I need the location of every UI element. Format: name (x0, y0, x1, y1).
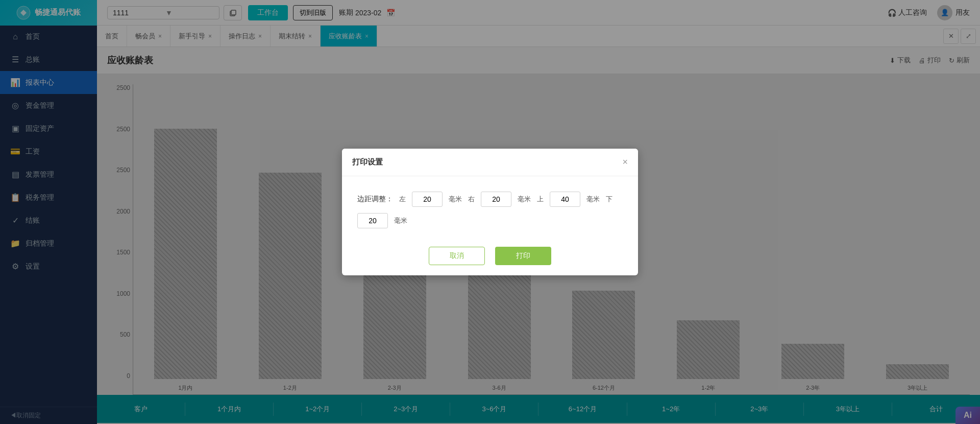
left-margin-input[interactable] (412, 192, 443, 207)
print-button[interactable]: 打印 (495, 247, 551, 265)
left-label: 左 (399, 195, 406, 204)
left-unit: 毫米 (449, 195, 462, 204)
bottom-margin-input[interactable] (357, 213, 388, 228)
modal-footer: 取消 打印 (342, 239, 638, 275)
right-margin-input[interactable] (481, 192, 511, 207)
top-label: 上 (537, 195, 544, 204)
margin-label: 边距调整： (357, 195, 393, 204)
bottom-unit: 毫米 (394, 216, 407, 225)
cancel-button[interactable]: 取消 (429, 247, 485, 265)
modal-title: 打印设置 (352, 157, 383, 167)
bottom-label: 下 (606, 195, 612, 204)
modal-body: 边距调整： 左 毫米 右 毫米 上 毫米 下 毫米 (342, 176, 638, 239)
modal-overlay[interactable]: 打印设置 × 边距调整： 左 毫米 右 毫米 上 毫米 下 毫米 取消 (0, 0, 980, 424)
margin-row: 边距调整： 左 毫米 右 毫米 上 毫米 下 毫米 (357, 192, 623, 228)
modal-header: 打印设置 × (342, 149, 638, 176)
right-label: 右 (468, 195, 475, 204)
right-unit: 毫米 (518, 195, 531, 204)
print-settings-modal: 打印设置 × 边距调整： 左 毫米 右 毫米 上 毫米 下 毫米 取消 (342, 149, 638, 275)
top-unit: 毫米 (586, 195, 600, 204)
top-margin-input[interactable] (550, 192, 580, 207)
modal-close-button[interactable]: × (622, 157, 628, 168)
